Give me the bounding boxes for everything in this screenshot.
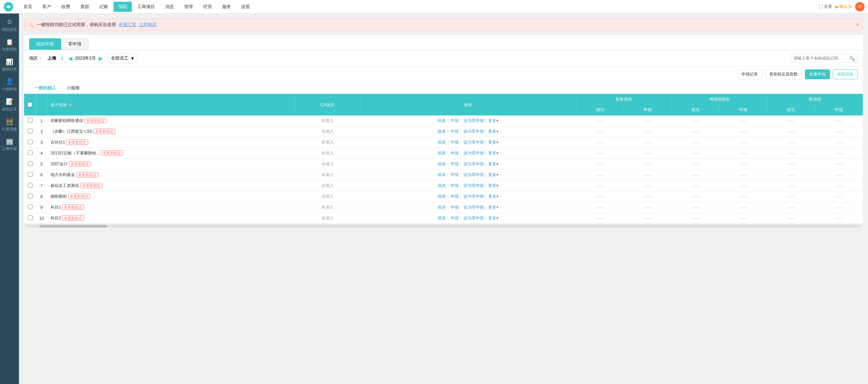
declaration-record-button[interactable]: 申报记录 [737,69,762,79]
op-zero-8[interactable]: 设为零申报 [463,205,484,210]
op-zero-6[interactable]: 设为零申报 [463,183,484,188]
op-taxform-6[interactable]: 税表 [438,183,446,188]
customer-name-8[interactable]: 科目1 [51,205,61,210]
batch-declaration-button[interactable]: 批量申报 [805,69,830,79]
op-more-3[interactable]: 更多▾ [488,151,498,155]
nav-tax[interactable]: 报税 [114,2,132,12]
nav-commerce[interactable]: 工商项目 [133,2,160,12]
customer-name-5[interactable]: 地方水利基金 [51,172,75,177]
subtab-small-scale[interactable]: 小规模 [61,82,85,94]
nav-customer[interactable]: 客户 [38,2,56,12]
op-more-8[interactable]: 更多▾ [488,205,498,210]
sidebar-item-batch-tax[interactable]: 📋 批量报税 [0,35,19,55]
row-checkbox-1[interactable] [28,129,33,133]
op-zero-1[interactable]: 设为零申报 [463,129,484,134]
customer-name-0[interactable]: 勿删新锐网络通信 [51,118,83,123]
horizontal-scrollbar[interactable] [24,224,863,228]
op-more-2[interactable]: 更多▾ [488,140,498,145]
scroll-thumb[interactable] [39,225,107,228]
nav-home[interactable]: 首页 [19,2,37,12]
app-logo[interactable] [3,2,14,12]
notice-link2[interactable]: 立即购买 [139,22,157,28]
op-zero-9[interactable]: 设为零申报 [463,216,484,220]
op-more-1[interactable]: 更多▾ [488,129,498,134]
op-taxform-7[interactable]: 税表 [438,194,446,199]
select-all-checkbox[interactable] [27,102,32,107]
sidebar-item-settlement[interactable]: 🧮 汇算清缴 [0,115,19,135]
nav-bookkeeping[interactable]: 记账 [95,2,113,12]
notice-close-button[interactable]: × [856,22,859,28]
op-submit-5[interactable]: 申报 [451,172,459,177]
sidebar-item-tax-overview[interactable]: 📊 报税总览 [0,55,19,75]
op-zero-2[interactable]: 设为零申报 [463,140,484,145]
nav-service[interactable]: 服务 [217,2,236,12]
op-submit-9[interactable]: 申报 [451,216,459,220]
nav-invoice[interactable]: 票据 [76,2,94,12]
user-avatar[interactable]: U [855,2,865,12]
search-input[interactable] [793,56,848,61]
retrieve-receipt-button[interactable]: 收取回执 [833,69,858,79]
row-checkbox-8[interactable] [28,205,33,209]
op-taxform-3[interactable]: 税表 [438,151,446,155]
row-checkbox-3[interactable] [28,150,33,155]
nav-billing[interactable]: 收费 [57,2,75,12]
op-submit-6[interactable]: 申报 [451,183,459,188]
date-prev-button[interactable]: ◀ [68,55,72,62]
tab-tax-declaration[interactable]: 税款申报 [29,38,61,50]
date-next-button[interactable]: ▶ [99,55,103,62]
op-submit-4[interactable]: 申报 [451,162,459,166]
nav-message[interactable]: 消息 [160,2,179,12]
op-more-4[interactable]: 更多▾ [488,162,498,166]
sidebar-item-annual-report[interactable]: 🏢 工商年报 [0,135,19,155]
row-checkbox-4[interactable] [28,161,33,166]
nav-settings[interactable]: 设置 [236,2,255,12]
row-checkbox-9[interactable] [28,215,33,220]
customer-name-2[interactable]: 合伙社1 [51,140,65,145]
op-submit-0[interactable]: 申报 [451,118,459,123]
row-checkbox-0[interactable] [28,118,33,123]
row-checkbox-7[interactable] [28,194,33,198]
op-taxform-9[interactable]: 税表 [438,216,446,220]
fullscreen-button[interactable]: ⛶ 全屏 [819,4,832,9]
subtab-general-taxpayer[interactable]: 一般的税人 [29,82,61,94]
customer-name-4[interactable]: 2007会计 [51,162,68,166]
customer-name-7[interactable]: 辅助期初 [51,194,67,199]
op-zero-7[interactable]: 设为零申报 [463,194,484,199]
op-submit-1[interactable]: 申报 [451,129,459,134]
op-taxform-8[interactable]: 税表 [438,205,446,210]
update-tax-button[interactable]: 更新税定及取数 [765,69,802,79]
op-submit-2[interactable]: 申报 [451,140,459,145]
notice-link1[interactable]: 申报汇签 [119,22,136,28]
op-taxform-0[interactable]: 税表 [438,118,446,123]
op-taxform-2[interactable]: 税表 [438,140,446,145]
op-submit-7[interactable]: 申报 [451,194,459,199]
op-submit-3[interactable]: 申报 [451,151,459,155]
op-more-5[interactable]: 更多▾ [488,172,498,177]
op-more-0[interactable]: 更多▾ [488,118,498,123]
op-zero-4[interactable]: 设为零申报 [463,162,484,166]
customer-name-6[interactable]: 杨仙女工资测试 [51,183,79,188]
employee-select[interactable]: 全部员工 ▼ [108,54,138,63]
vip-button[interactable]: ▶ 畅会员 [835,4,852,9]
search-icon[interactable]: 🔍 [849,56,855,61]
op-more-6[interactable]: 更多▾ [488,183,498,188]
op-more-9[interactable]: 更多▾ [488,216,498,220]
customer-name-3[interactable]: 2013日记账（不要删除哈... [51,151,100,155]
op-zero-0[interactable]: 设为零申报 [463,118,484,123]
sidebar-item-tax-settings[interactable]: ⚙ 报税设置 [0,15,19,35]
tab-zero-declaration[interactable]: 零申报 [61,38,88,50]
nav-operation[interactable]: 经营 [198,2,217,12]
op-submit-8[interactable]: 申报 [451,205,459,210]
op-taxform-5[interactable]: 税表 [438,172,446,177]
info-icon[interactable]: ℹ [61,56,63,61]
nav-manage[interactable]: 管理 [179,2,198,12]
op-zero-5[interactable]: 设为零申报 [463,172,484,177]
op-taxform-4[interactable]: 税表 [438,162,446,166]
row-checkbox-5[interactable] [28,172,33,177]
sidebar-item-tax-record[interactable]: 📝 报税记录 [0,95,19,115]
customer-name-9[interactable]: 科目2 [51,216,61,220]
row-checkbox-6[interactable] [28,183,33,188]
op-taxform-1[interactable]: 税表 [438,129,446,134]
row-checkbox-2[interactable] [28,140,33,144]
customer-name-1[interactable]: （勿删）江西股宝-LSS [51,129,92,134]
